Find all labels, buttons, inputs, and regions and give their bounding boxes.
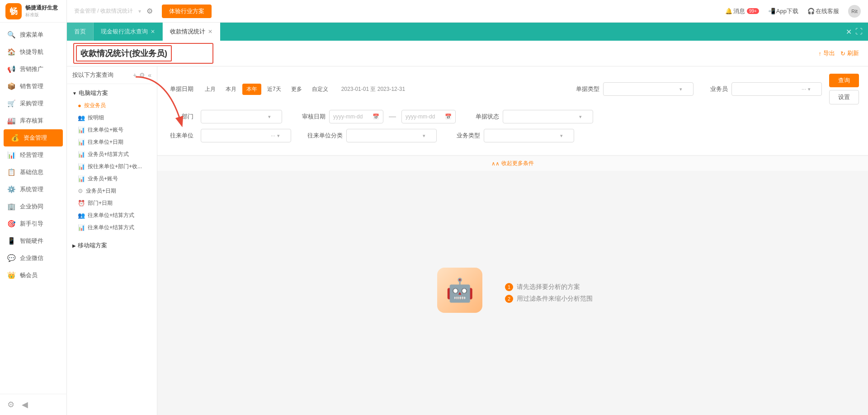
sidebar-item-purchase[interactable]: 🛒 采购管理	[0, 95, 66, 112]
date-range-text: 2023-01-01 至 2023-12-31	[341, 85, 405, 93]
sidebar-label-system: 系统管理	[20, 185, 43, 193]
business-type-select[interactable]: ▾	[484, 129, 574, 142]
panel-header-label: 按以下方案查询	[72, 71, 113, 79]
detail-icon: 👥	[78, 114, 85, 121]
filter-area: 单据日期 上月 本月 本年 近7天 更多 自定义 2023-01-01 至 20…	[157, 66, 868, 156]
tab-receipt-close-icon[interactable]: ✕	[208, 28, 212, 35]
sidebar-item-ent-wechat[interactable]: 💬 企业微信	[0, 250, 66, 267]
left-panel: 按以下方案查询 + ⚙ « ▼ 电脑端方案 ● 按业务员 👥	[67, 66, 157, 415]
refresh-button[interactable]: ↻ 刷新	[840, 49, 859, 57]
review-date-start-input[interactable]: yyyy-mm-dd 📅	[329, 110, 383, 123]
salesman-select[interactable]: ··· ▾	[731, 82, 822, 96]
topbar-right: 🔔 消息 99+ 📲 App下载 🎧 在线客服 Rit	[725, 5, 861, 18]
scheme-settings-icon[interactable]: ⚙	[139, 71, 145, 79]
dept-chevron-icon: ▾	[268, 114, 271, 120]
doc-type-select[interactable]: ▾	[603, 82, 693, 96]
collapse-sidebar-icon[interactable]: ◀	[22, 400, 28, 410]
tab-bank-label: 现金银行流水查询	[101, 28, 148, 36]
tab-bank[interactable]: 现金银行流水查询 ✕	[94, 23, 163, 41]
sidebar-item-search[interactable]: 🔍 搜索菜单	[0, 26, 66, 43]
date-start-placeholder: yyyy-mm-dd	[333, 113, 363, 120]
sidebar-item-marketing[interactable]: 📢 营销推广	[0, 61, 66, 78]
tab-home[interactable]: 首页	[67, 23, 94, 41]
sales-icon: 📦	[7, 82, 15, 90]
sidebar-item-quick-nav[interactable]: 🏠 快捷导航	[0, 43, 66, 61]
online-service-area[interactable]: 🎧 在线客服	[807, 7, 839, 15]
query-button[interactable]: 查询	[829, 74, 859, 87]
review-date-end-input[interactable]: yyyy-mm-dd 📅	[401, 110, 456, 123]
date-tab-custom[interactable]: 自定义	[308, 84, 332, 95]
tab-bank-close-icon[interactable]: ✕	[151, 28, 155, 35]
user-avatar[interactable]: Rit	[848, 5, 861, 18]
sidebar-item-finance[interactable]: 💰 资金管理	[4, 129, 63, 146]
sidebar-item-operations[interactable]: 📊 经营管理	[0, 146, 66, 164]
empty-state: 🤖 1 请先选择要分析的方案 2 用过滤条件来缩小分析范围	[157, 171, 868, 415]
doc-type-chevron-icon: ▾	[679, 86, 682, 92]
scheme-item-partner-settle1[interactable]: 👥 往来单位+结算方式	[67, 209, 157, 222]
doc-status-select[interactable]: ▾	[503, 110, 593, 123]
salesman-label: 业务员	[701, 85, 728, 93]
filter-row-partner: 往来单位 ··· ▾ 往来单位分类 ▾ 业务类型	[166, 129, 859, 142]
export-button[interactable]: ↑ 导出	[819, 49, 835, 57]
topbar-gear-icon[interactable]: ⚙	[146, 7, 153, 15]
mobile-group-title[interactable]: ▶ 移动端方案	[67, 239, 157, 252]
date-tab-this-month[interactable]: 本月	[222, 84, 241, 95]
date-tab-this-year[interactable]: 本年	[242, 84, 261, 95]
collapse-bar[interactable]: ∧∧ 收起更多条件	[157, 156, 868, 171]
sidebar: 畅 畅捷通好生意 标准版 🔍 搜索菜单 🏠 快捷导航 📢 营销推广 📦 销售管理…	[0, 0, 67, 415]
marketing-icon: 📢	[7, 65, 15, 73]
sidebar-item-member[interactable]: 👑 畅会员	[0, 267, 66, 284]
scheme-item-partner-settle2[interactable]: 📊 往来单位+结算方式	[67, 222, 157, 234]
sidebar-item-basic-info[interactable]: 📋 基础信息	[0, 164, 66, 181]
dept-select[interactable]: ▾	[201, 110, 282, 123]
sidebar-label-search: 搜索菜单	[20, 31, 43, 39]
calendar2-icon: 📅	[445, 113, 452, 120]
app-download-area[interactable]: 📲 App下载	[768, 7, 798, 15]
scheme-item-dept-date[interactable]: ⏰ 部门+日期	[67, 197, 157, 209]
tab-home-label: 首页	[74, 28, 86, 36]
scheme-item-by-detail[interactable]: 👥 按明细	[67, 112, 157, 124]
system-icon: ⚙️	[7, 185, 15, 193]
partner-select[interactable]: ··· ▾	[201, 129, 291, 142]
scheme-item-partner-acct[interactable]: 📊 往来单位+账号	[67, 124, 157, 136]
close-all-tabs-icon[interactable]: ✕	[846, 28, 852, 36]
service-icon: 🎧	[807, 8, 815, 14]
scheme-item-salesman-settle[interactable]: 📊 业务员+结算方式	[67, 148, 157, 160]
solution-button[interactable]: 体验行业方案	[162, 5, 212, 18]
content-area: 按以下方案查询 + ⚙ « ▼ 电脑端方案 ● 按业务员 👥	[67, 66, 868, 415]
sidebar-item-inventory[interactable]: 🏭 库存核算	[0, 112, 66, 129]
basic-info-icon: 📋	[7, 168, 15, 176]
finance-icon: 💰	[11, 134, 19, 142]
service-label: 在线客服	[816, 7, 839, 15]
sidebar-item-system[interactable]: ⚙️ 系统管理	[0, 181, 66, 198]
scheme-item-partner-date[interactable]: 📊 往来单位+日期	[67, 136, 157, 148]
add-scheme-icon[interactable]: +	[133, 71, 137, 79]
salesman-settle-icon: 📊	[78, 151, 85, 158]
date-tab-more[interactable]: 更多	[287, 84, 306, 95]
sidebar-item-newbie[interactable]: 🎯 新手引导	[0, 215, 66, 232]
partner-more-icon[interactable]: ···	[271, 132, 275, 139]
desktop-group-title[interactable]: ▼ 电脑端方案	[67, 87, 157, 99]
notification-area[interactable]: 🔔 消息 99+	[725, 7, 759, 15]
sidebar-item-smart-hw[interactable]: 📱 智能硬件	[0, 232, 66, 250]
date-tabs: 上月 本月 本年 近7天 更多 自定义	[201, 84, 332, 95]
tab-receipt[interactable]: 收款情况统计 ✕	[163, 23, 220, 41]
salesman-more-icon[interactable]: ···	[802, 86, 806, 92]
panel-header-icons: + ⚙ «	[133, 71, 151, 79]
mobile-scheme-group: ▶ 移动端方案	[67, 236, 157, 255]
scheme-item-salesman-acct[interactable]: 📊 业务员+账号	[67, 173, 157, 185]
date-tab-last-month[interactable]: 上月	[201, 84, 220, 95]
date-end-placeholder: yyyy-mm-dd	[406, 113, 435, 120]
sidebar-item-enterprise[interactable]: 🏢 企业协同	[0, 198, 66, 215]
sidebar-item-sales[interactable]: 📦 销售管理	[0, 78, 66, 95]
partner-category-select[interactable]: ▾	[346, 129, 437, 142]
fullscreen-icon[interactable]: ⛶	[855, 28, 863, 36]
sidebar-menu: 🔍 搜索菜单 🏠 快捷导航 📢 营销推广 📦 销售管理 🛒 采购管理 🏭 库存核…	[0, 23, 66, 394]
scheme-item-salesman-date[interactable]: ⚙ 业务员+日期	[67, 185, 157, 197]
scheme-item-partner-dept[interactable]: 📊 按往来单位+部门+收...	[67, 160, 157, 173]
settings-button[interactable]: 设置	[829, 90, 859, 104]
settings-bottom-icon[interactable]: ⚙	[7, 400, 14, 410]
scheme-item-by-salesman[interactable]: ● 按业务员	[67, 99, 157, 112]
collapse-panel-icon[interactable]: «	[148, 71, 151, 79]
date-tab-7days[interactable]: 近7天	[263, 84, 285, 95]
